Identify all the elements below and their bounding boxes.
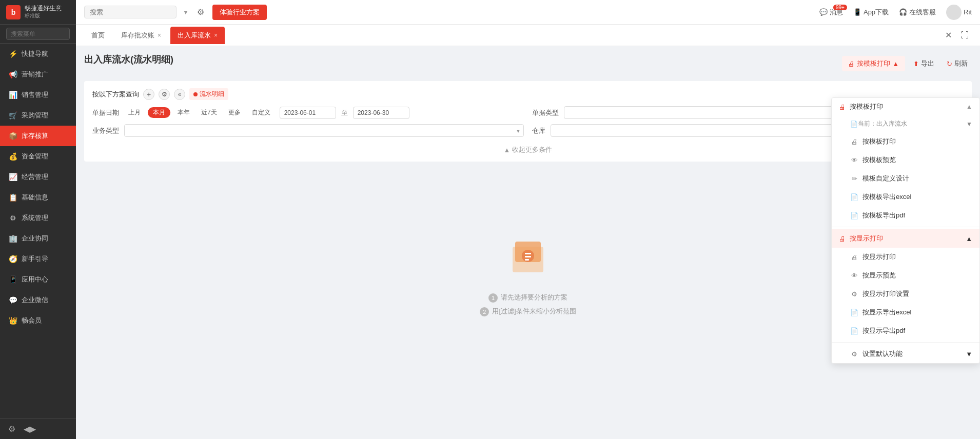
date-filter: 上月 本月 本年 近7天 更多 自定义: [124, 107, 275, 118]
sidebar-item-finance[interactable]: 💰 资金管理: [0, 146, 76, 167]
filter-add-btn[interactable]: +: [143, 89, 154, 100]
message-badge: 99+: [833, 5, 847, 10]
topbar-right: 💬 消息 99+ 📱 App下载 🎧 在线客服 Rit: [819, 5, 972, 20]
date-from-input[interactable]: [280, 107, 336, 119]
sidebar-item-guide[interactable]: 🧭 新手引导: [0, 249, 76, 269]
tab-home[interactable]: 首页: [84, 27, 112, 44]
date-more-btn[interactable]: 更多: [224, 107, 245, 118]
dropdown-display-header[interactable]: 🖨 按显示打印 ▲: [832, 229, 979, 248]
marketing-icon: 📢: [8, 70, 17, 79]
print-settings-display-icon: ⚙: [850, 290, 858, 298]
export-btn[interactable]: ⬆ 导出: [909, 57, 938, 70]
dropdown-display-title: 🖨 按显示打印: [839, 234, 883, 243]
date-this-month-btn[interactable]: 本月: [148, 107, 170, 118]
dropdown-item-export-excel-display[interactable]: 📄 按显示导出excel: [832, 303, 979, 322]
svg-rect-5: [525, 259, 529, 261]
dropdown-item-export-excel-template[interactable]: 📄 按模板导出excel: [832, 188, 979, 206]
sidebar-item-system[interactable]: ⚙ 系统管理: [0, 208, 76, 228]
dropdown-item-print-settings-display[interactable]: ⚙ 按显示打印设置: [832, 285, 979, 303]
filter-tag: 流水明细: [189, 88, 228, 100]
dropdown-item-export-pdf-template[interactable]: 📄 按模板导出pdf: [832, 206, 979, 225]
export-icon: ⬆: [913, 60, 919, 68]
custom-template-icon: ✏: [850, 174, 858, 183]
business-type-select-wrap: ▼: [124, 124, 524, 137]
content-area: 出入库流水(流水明细) 🖨 按模板打印 ▲ ⬆ 导出 ↻ 刷新: [76, 46, 980, 439]
dropdown-divider: [832, 227, 979, 227]
page-title: 出入库流水(流水明细): [84, 53, 173, 66]
page-toolbar: 🖨 按模板打印 ▲ ⬆ 导出 ↻ 刷新: [842, 56, 972, 71]
sidebar-item-member[interactable]: 👑 畅会员: [0, 310, 76, 331]
tab-batch-account[interactable]: 库存批次账 ×: [114, 27, 168, 44]
empty-svg: [502, 231, 554, 283]
sidebar-item-sales[interactable]: 📊 销售管理: [0, 85, 76, 105]
dropdown-item-print-display[interactable]: 🖨 按显示打印: [832, 248, 979, 266]
tab-flow[interactable]: 出入库流水 ×: [170, 27, 225, 44]
date-custom-btn[interactable]: 自定义: [248, 107, 275, 118]
search-chevron-icon[interactable]: ▼: [183, 9, 189, 16]
topbar-gear-icon[interactable]: ⚙: [197, 7, 204, 17]
refresh-icon: ↻: [947, 60, 952, 68]
export-excel-display-icon: 📄: [850, 308, 858, 316]
filter-tag-dot: [193, 92, 198, 96]
sidebar-nav: ⚡ 快捷导航 📢 营销推广 📊 销售管理 🛒 采购管理 📦 库存核算 💰 资金管…: [0, 44, 76, 418]
settings-icon[interactable]: ⚙: [8, 424, 15, 434]
voucher-type-label: 单据类型: [532, 108, 559, 117]
app-download-btn[interactable]: 📱 App下载: [853, 8, 889, 17]
user-avatar-btn[interactable]: Rit: [946, 5, 972, 20]
dropdown-set-default-btn[interactable]: ⚙ 设置默认功能 ▼: [832, 345, 979, 363]
current-template-icon: 📄: [850, 121, 858, 128]
collapse-more-btn[interactable]: ▲ 收起更多条件: [504, 145, 553, 154]
topbar-search-input[interactable]: [84, 6, 177, 18]
topbar: ▼ ⚙ 体验行业方案 💬 消息 99+ 📱 App下载 🎧 在线客服 Rit: [76, 0, 980, 25]
set-default-icon: ⚙: [850, 350, 858, 358]
online-service-btn[interactable]: 🎧 在线客服: [899, 8, 936, 17]
dropdown-item-export-pdf-display[interactable]: 📄 按显示导出pdf: [832, 322, 979, 340]
dropdown-item-print-template[interactable]: 🖨 按模板打印: [832, 132, 979, 151]
sidebar-item-inventory[interactable]: 📦 库存核算: [0, 126, 76, 146]
template-section-arrow[interactable]: ▲: [966, 103, 972, 110]
sidebar-bottom: ⚙ ◀▶: [0, 418, 76, 439]
sidebar-item-app-center[interactable]: 📱 应用中心: [0, 269, 76, 290]
sidebar-item-marketing[interactable]: 📢 营销推广: [0, 64, 76, 85]
sidebar-item-enterprise[interactable]: 🏢 企业协同: [0, 228, 76, 249]
close-flow-tab-icon[interactable]: ×: [214, 32, 218, 39]
message-btn[interactable]: 💬 消息 99+: [819, 8, 843, 17]
sidebar-item-operations[interactable]: 📈 经营管理: [0, 167, 76, 187]
date-last-month-btn[interactable]: 上月: [124, 107, 145, 118]
dropdown-template-title: 🖨 按模板打印: [839, 102, 883, 111]
svg-rect-3: [525, 253, 531, 254]
filter-settings-btn[interactable]: ⚙: [159, 89, 170, 100]
sidebar-item-basic-info[interactable]: 📋 基础信息: [0, 187, 76, 208]
refresh-btn[interactable]: ↻ 刷新: [943, 57, 972, 70]
sidebar: b 畅捷通好生意 标准版 ⚡ 快捷导航 📢 营销推广 📊 销售管理 🛒 采购管理…: [0, 0, 76, 439]
date-to-input[interactable]: [353, 107, 409, 119]
date-last-7days-btn[interactable]: 近7天: [197, 107, 221, 118]
dropdown-template-header: 🖨 按模板打印 ▲: [832, 98, 979, 115]
business-type-select[interactable]: [124, 124, 524, 137]
dropdown-item-preview-template[interactable]: 👁 按模板预览: [832, 151, 979, 169]
display-section-arrow: ▲: [966, 235, 972, 243]
purchase-icon: 🛒: [8, 111, 17, 120]
operations-icon: 📈: [8, 172, 17, 182]
finance-icon: 💰: [8, 152, 17, 161]
basic-info-icon: 📋: [8, 193, 17, 202]
date-label: 单据日期: [92, 108, 119, 117]
tab-close-all-icon[interactable]: ✕: [941, 28, 955, 43]
close-batch-account-tab-icon[interactable]: ×: [158, 32, 161, 39]
dropdown-current-row: 📄 当前：出入库流水 ▼: [832, 115, 979, 132]
filter-collapse-btn[interactable]: «: [174, 89, 185, 100]
date-this-year-btn[interactable]: 本年: [173, 107, 194, 118]
trial-btn[interactable]: 体验行业方案: [212, 5, 267, 20]
display-print-icon: 🖨: [839, 235, 846, 243]
tab-expand-icon[interactable]: ⛶: [957, 28, 972, 43]
sidebar-item-purchase[interactable]: 🛒 采购管理: [0, 105, 76, 126]
sidebar-item-quick-nav[interactable]: ⚡ 快捷导航: [0, 44, 76, 64]
main-wrapper: ▼ ⚙ 体验行业方案 💬 消息 99+ 📱 App下载 🎧 在线客服 Rit: [76, 0, 980, 439]
dropdown-item-custom-template[interactable]: ✏ 模板自定义设计: [832, 169, 979, 188]
sidebar-item-wechat[interactable]: 💬 企业微信: [0, 290, 76, 310]
print-template-btn[interactable]: 🖨 按模板打印 ▲: [842, 56, 905, 71]
sidebar-search-input[interactable]: [6, 28, 70, 40]
dropdown-item-preview-display[interactable]: 👁 按显示预览: [832, 266, 979, 285]
guide-icon: 🧭: [8, 254, 17, 264]
collapse-sidebar-icon[interactable]: ◀▶: [24, 424, 36, 434]
